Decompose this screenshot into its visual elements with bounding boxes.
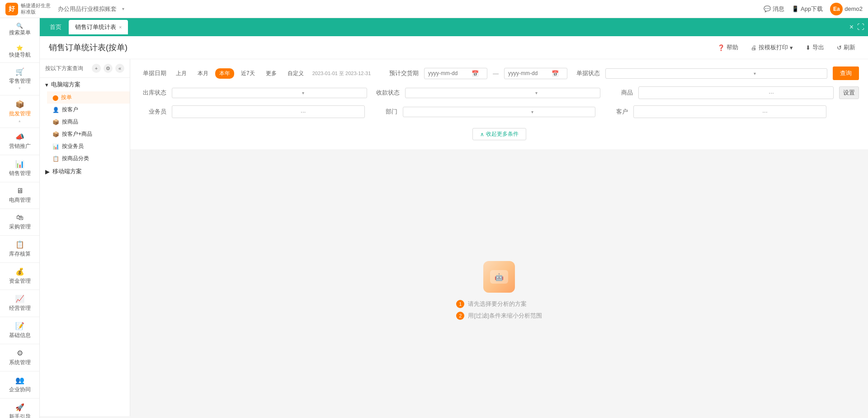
- collapse-icon: ∧: [480, 131, 484, 138]
- user-avatar: Ea: [830, 3, 843, 15]
- dept-label: 部门: [370, 108, 397, 116]
- tip-num-2: 2: [456, 312, 464, 320]
- guide-icon: 🚀: [15, 403, 24, 412]
- customer-label: 客户: [601, 108, 628, 116]
- help-button[interactable]: ❓ 帮助: [714, 42, 742, 53]
- purchase-icon: 🛍: [16, 214, 24, 222]
- app-download-button[interactable]: 📱 App下载: [792, 5, 823, 13]
- retail-icon: 🛒: [15, 67, 24, 76]
- left-panel-actions: + ⚙ «: [92, 64, 124, 73]
- marketing-icon: 📣: [15, 133, 24, 141]
- left-panel-header: 按以下方案查询 + ⚙ «: [40, 59, 130, 78]
- tab-home[interactable]: 首页: [43, 20, 68, 34]
- expected-date-label: 预计交货期: [389, 69, 419, 77]
- dept-dropdown-icon: ▾: [531, 109, 590, 114]
- sidebar-item-finance[interactable]: 💰 资金管理: [0, 263, 39, 290]
- chevron-down-icon: ▾: [19, 86, 21, 90]
- tree-sub-pc: ⬤ 按单 👤 按客户 📦 按商品: [40, 91, 130, 165]
- ecommerce-icon: 🖥: [16, 187, 24, 195]
- tab-sales-order-stat[interactable]: 销售订单统计表 ×: [69, 20, 128, 34]
- enterprise-icon: 👥: [15, 376, 24, 385]
- delivery-select[interactable]: ▾: [172, 88, 367, 98]
- staff-icon: 📊: [52, 143, 59, 150]
- sidebar-item-wholesale[interactable]: 📦 批发管理 ▴: [0, 95, 39, 128]
- operation-icon: 📈: [15, 294, 24, 303]
- settings-button[interactable]: 设置: [839, 86, 859, 99]
- empty-tips: 1 请先选择要分析的方案 2 用[过滤]条件来缩小分析范围: [456, 300, 542, 320]
- tab-close-button[interactable]: ×: [119, 24, 122, 30]
- logo-text: 畅捷通好生意 标准版: [21, 3, 51, 14]
- staff-more-icon: ···: [301, 108, 360, 115]
- sidebar-item-retail[interactable]: 🛒 零售管理 ▾: [0, 63, 39, 95]
- date-label: 单据日期: [139, 69, 166, 77]
- tree-node-by-customer[interactable]: 👤 按客户: [47, 104, 130, 116]
- expected-date-to[interactable]: 📅: [504, 68, 567, 79]
- empty-state: 🤖 1 请先选择要分析的方案 2: [130, 151, 868, 416]
- collapse-button[interactable]: ∧ 收起更多条件: [472, 128, 526, 140]
- settings-scheme-button[interactable]: ⚙: [104, 64, 113, 73]
- message-icon: 💬: [764, 5, 771, 12]
- sidebar-item-inventory[interactable]: 📋 库存核算: [0, 236, 39, 263]
- sidebar-item-marketing[interactable]: 📣 营销推广: [0, 128, 39, 155]
- tree-node-by-customer-goods[interactable]: 📦 按客户+商品: [47, 128, 130, 140]
- sidebar-item-search[interactable]: 🔍 搜索菜单: [0, 18, 39, 41]
- calendar-icon-2: 📅: [552, 70, 559, 77]
- delivery-label: 出库状态: [139, 89, 166, 97]
- sidebar-item-basic[interactable]: 📝 基础信息: [0, 317, 39, 344]
- top-bar: 好 畅捷通好生意 标准版 办公用品行业模拟账套 ▾ 💬 消息 📱 App下载 E…: [0, 0, 868, 18]
- date-btn-last-month[interactable]: 上月: [172, 68, 191, 79]
- expected-date-from-input[interactable]: [428, 70, 469, 76]
- customer-icon: 👤: [52, 107, 59, 113]
- window-expand-button[interactable]: ⛶: [857, 23, 864, 31]
- status-label: 单据状态: [573, 69, 600, 77]
- expected-date-from[interactable]: 📅: [424, 68, 487, 79]
- status-select[interactable]: ▾: [605, 68, 827, 79]
- tree-node-by-goods[interactable]: 📦 按商品: [47, 116, 130, 128]
- sidebar-item-ecommerce[interactable]: 🖥 电商管理: [0, 182, 39, 209]
- calendar-icon: 📅: [472, 70, 479, 77]
- staff-label: 业务员: [139, 108, 166, 116]
- add-scheme-button[interactable]: +: [92, 64, 101, 73]
- sidebar-item-enterprise[interactable]: 👥 企业协同: [0, 371, 39, 399]
- print-button[interactable]: 🖨 按模板打印 ▾: [747, 42, 797, 53]
- customer-select[interactable]: ···: [633, 105, 826, 118]
- page-title: 销售订单统计表(按单): [49, 42, 127, 58]
- goods-icon: 📦: [52, 119, 59, 125]
- sidebar: 🔍 搜索菜单 ⭐ 快捷导航 🛒 零售管理 ▾ 📦 批发管理 ▴ 📣 营销推广 📊…: [0, 18, 40, 418]
- collapse-panel-button[interactable]: «: [115, 64, 124, 73]
- sidebar-item-guide[interactable]: 🚀 新手引导: [0, 399, 39, 418]
- date-btn-more[interactable]: 更多: [262, 68, 281, 79]
- sidebar-item-system[interactable]: ⚙ 系统管理: [0, 344, 39, 371]
- payment-select[interactable]: ▾: [405, 88, 600, 98]
- date-button-group: 上月 本月 本年 近7天 更多 自定义 2023-01-01 至 2023-12…: [172, 68, 384, 79]
- window-close-button[interactable]: ×: [849, 23, 854, 31]
- export-button[interactable]: ⬇ 导出: [802, 42, 828, 53]
- dept-select[interactable]: ▾: [403, 107, 596, 117]
- message-button[interactable]: 💬 消息: [764, 5, 784, 13]
- tab-corner-buttons: × ⛶: [849, 23, 864, 31]
- staff-select[interactable]: ···: [172, 105, 365, 118]
- sidebar-item-operation[interactable]: 📈 经营管理: [0, 290, 39, 317]
- date-btn-this-year[interactable]: 本年: [215, 68, 234, 79]
- expected-date-to-input[interactable]: [508, 70, 549, 76]
- refresh-button[interactable]: ↺ 刷新: [833, 42, 859, 53]
- tree-node-by-staff[interactable]: 📊 按业务员: [47, 140, 130, 152]
- query-button[interactable]: 查询: [833, 66, 859, 80]
- sidebar-item-purchase[interactable]: 🛍 采购管理: [0, 209, 39, 236]
- chevron-down-icon: ▾: [45, 81, 48, 88]
- payment-dropdown-icon: ▾: [535, 90, 595, 95]
- date-btn-this-month[interactable]: 本月: [193, 68, 212, 79]
- customer-more-icon: ···: [762, 108, 821, 115]
- app-title-dropdown[interactable]: ▾: [122, 6, 124, 11]
- tree-node-by-goods-category[interactable]: 📋 按商品分类: [47, 152, 130, 165]
- tree-node-by-order[interactable]: ⬤ 按单: [47, 91, 130, 104]
- goods-select[interactable]: ···: [638, 86, 834, 99]
- date-btn-7days[interactable]: 近7天: [237, 68, 259, 79]
- app-title: 办公用品行业模拟账套: [58, 5, 117, 13]
- sidebar-item-sales[interactable]: 📊 销售管理: [0, 155, 39, 182]
- sidebar-item-shortcut[interactable]: ⭐ 快捷导航: [0, 41, 39, 63]
- collapse-row: ∧ 收起更多条件: [139, 124, 859, 142]
- date-btn-custom[interactable]: 自定义: [283, 68, 308, 79]
- user-profile[interactable]: Ea demo2: [830, 3, 863, 15]
- logo-area: 好 畅捷通好生意 标准版: [5, 3, 51, 15]
